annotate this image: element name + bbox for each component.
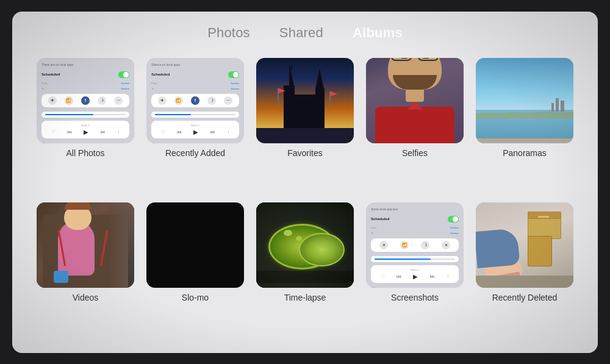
album-label-slomo: Slo-mo bbox=[182, 293, 209, 302]
tab-photos[interactable]: Photos bbox=[207, 25, 250, 41]
album-screenshots[interactable]: Some local app text Scheduled From Surfa… bbox=[366, 202, 464, 335]
album-thumb-recently-deleted bbox=[476, 202, 573, 288]
album-thumb-selfies bbox=[366, 58, 464, 143]
svg-rect-7 bbox=[256, 128, 354, 143]
album-label-favorites: Favorites bbox=[287, 148, 323, 158]
album-panoramas[interactable]: Panoramas bbox=[476, 58, 573, 190]
album-slomo[interactable]: Slo-mo bbox=[146, 202, 244, 335]
tab-shared[interactable]: Shared bbox=[279, 25, 323, 41]
album-label-recently-deleted: Recently Deleted bbox=[492, 293, 558, 302]
album-recently-deleted[interactable]: Recently Deleted bbox=[476, 202, 573, 335]
album-label-selfies: Selfies bbox=[402, 148, 428, 158]
album-thumb-panoramas bbox=[476, 58, 573, 143]
tv-frame: Photos Shared Albums There are no local … bbox=[12, 12, 598, 353]
album-all-photos[interactable]: There are no local apps Scheduled From S… bbox=[37, 58, 134, 190]
svg-marker-4 bbox=[315, 69, 324, 88]
album-label-videos: Videos bbox=[73, 293, 99, 302]
tab-albums[interactable]: Albums bbox=[353, 25, 403, 41]
svg-rect-9 bbox=[329, 91, 331, 107]
albums-grid: There are no local apps Scheduled From S… bbox=[12, 52, 598, 353]
album-thumb-screenshots: Some local app text Scheduled From Surfa… bbox=[366, 202, 464, 288]
album-thumb-slomo bbox=[146, 202, 244, 288]
album-videos[interactable]: Videos bbox=[37, 202, 134, 335]
album-favorites[interactable]: Favorites bbox=[256, 58, 354, 190]
album-label-panoramas: Panoramas bbox=[503, 148, 547, 158]
svg-rect-8 bbox=[278, 88, 279, 107]
album-thumb-recently-added: Silence on local apps Scheduled From Sur… bbox=[146, 58, 244, 143]
album-thumb-timelapse bbox=[256, 202, 354, 288]
album-thumb-favorites bbox=[256, 58, 354, 143]
album-recently-added[interactable]: Silence on local apps Scheduled From Sur… bbox=[146, 58, 244, 190]
album-thumb-all-photos: There are no local apps Scheduled From S… bbox=[37, 58, 134, 143]
album-label-all-photos: All Photos bbox=[66, 148, 104, 158]
album-label-screenshots: Screenshots bbox=[391, 293, 439, 302]
album-thumb-videos bbox=[37, 202, 134, 288]
nav-tabs: Photos Shared Albums bbox=[12, 12, 598, 52]
album-label-timelapse: Time-lapse bbox=[284, 293, 326, 302]
svg-marker-11 bbox=[331, 91, 337, 96]
album-selfies[interactable]: Selfies bbox=[366, 58, 464, 190]
album-timelapse[interactable]: Time-lapse bbox=[256, 202, 354, 335]
album-label-recently-added: Recently Added bbox=[165, 148, 225, 158]
svg-rect-6 bbox=[290, 67, 293, 68]
